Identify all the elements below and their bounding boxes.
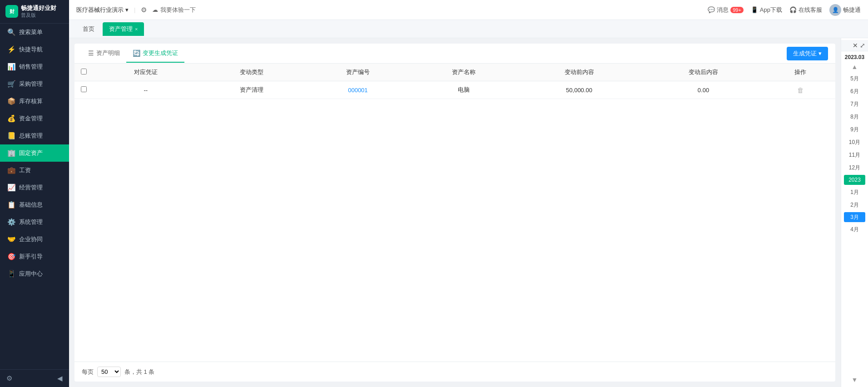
col-after-change: 变动后内容 xyxy=(641,64,766,81)
rp-header: ✕ ⤢ xyxy=(841,40,868,51)
cell-before-change: 50,000.00 xyxy=(517,81,641,99)
sidebar-item-basicinfo[interactable]: 📋基础信息 xyxy=(0,196,69,213)
sidebar-item-label-purchase: 采购管理 xyxy=(19,80,43,88)
row-checkbox-cell xyxy=(74,81,93,99)
sidebar-item-quicknav[interactable]: ⚡快捷导航 xyxy=(0,41,69,58)
right-panel: ✕ ⤢ 2023.03 ▲ 5月6月7月8月9月10月11月12月20231月2… xyxy=(841,38,868,387)
sidebar-item-sysmanage[interactable]: ⚙️系统管理 xyxy=(0,213,69,231)
col-before-change: 变动前内容 xyxy=(517,64,641,81)
sidebar-item-guide[interactable]: 🎯新手引导 xyxy=(0,248,69,265)
message-label: 消息 xyxy=(717,6,729,14)
company-dropdown-icon: ▾ xyxy=(125,6,129,13)
sidebar-item-label-fund: 资金管理 xyxy=(19,114,43,123)
quicknav-icon: ⚡ xyxy=(7,45,15,54)
tab-asset-detail-label: 资产明细 xyxy=(96,49,120,57)
col-change-type: 变动类型 xyxy=(199,64,305,81)
tab-asset-management[interactable]: 资产管理 × xyxy=(103,22,144,36)
inner-tab-bar: ☰ 资产明细 🔄 变更生成凭证 生成凭证 ▾ xyxy=(74,44,835,64)
cell-asset-name: 电脑 xyxy=(411,81,517,99)
sidebar-item-label-sales: 销售管理 xyxy=(19,63,43,71)
sidebar-item-sales[interactable]: 📊销售管理 xyxy=(0,58,69,75)
sidebar-item-appcenter[interactable]: 📱应用中心 xyxy=(0,265,69,283)
sidebar-item-ledger[interactable]: 📒总账管理 xyxy=(0,127,69,144)
rp-month-7月[interactable]: 7月 xyxy=(841,98,868,110)
settings-gear-icon[interactable]: ⚙ xyxy=(141,6,147,14)
basicinfo-icon: 📋 xyxy=(7,201,15,209)
rp-month-6月[interactable]: 6月 xyxy=(841,85,868,98)
rp-month-5月[interactable]: 5月 xyxy=(841,72,868,85)
sidebar-item-fund[interactable]: 💰资金管理 xyxy=(0,110,69,127)
sidebar-item-label-ledger: 总账管理 xyxy=(19,132,43,140)
experience-btn[interactable]: ☁ 我要体验一下 xyxy=(152,6,196,14)
rp-month-2月[interactable]: 2月 xyxy=(841,198,868,211)
sidebar-item-wage[interactable]: 💼工资 xyxy=(0,162,69,179)
rp-month-9月[interactable]: 9月 xyxy=(841,123,868,136)
delete-icon[interactable]: 🗑 xyxy=(797,86,804,94)
rp-month-11月[interactable]: 11月 xyxy=(841,149,868,161)
app-download-btn[interactable]: 📱 App下载 xyxy=(751,6,782,14)
collapse-icon[interactable]: ◀ xyxy=(57,374,63,382)
rp-year-label: 2023.03 xyxy=(843,51,866,61)
online-support-btn[interactable]: 🎧 在线客服 xyxy=(789,6,822,14)
rp-month-8月[interactable]: 8月 xyxy=(841,110,868,123)
sidebar-item-purchase[interactable]: 🛒采购管理 xyxy=(0,75,69,93)
cell-change-type: 资产清理 xyxy=(199,81,305,99)
download-icon: 📱 xyxy=(751,6,758,13)
cloud-icon: ☁ xyxy=(152,6,158,13)
generate-voucher-arrow: ▾ xyxy=(818,50,822,57)
home-label: 首页 xyxy=(83,25,94,32)
rp-nav-down[interactable]: ▼ xyxy=(852,374,858,385)
per-page-select[interactable]: 10 20 50 100 xyxy=(97,367,121,377)
table-row: -- 资产清理 000001 电脑 50,000.00 0.00 🗑 xyxy=(74,81,835,99)
rp-month-12月[interactable]: 12月 xyxy=(841,161,868,174)
select-all-cell xyxy=(74,64,93,81)
sidebar-item-label-inventory: 库存核算 xyxy=(19,97,43,105)
generate-voucher-label: 生成凭证 xyxy=(793,50,817,58)
rp-close-icon[interactable]: ✕ xyxy=(853,42,858,49)
sidebar-item-label-sysmanage: 系统管理 xyxy=(19,218,43,226)
sidebar-item-search[interactable]: 🔍搜索菜单 xyxy=(0,24,69,41)
data-table: 对应凭证 变动类型 资产编号 资产名称 变动前内容 变动后内容 操作 -- xyxy=(74,64,835,99)
sidebar: 财 畅捷通好业财 普及版 🔍搜索菜单⚡快捷导航📊销售管理🛒采购管理📦库存核算💰资… xyxy=(0,0,69,387)
table-wrap: 对应凭证 变动类型 资产编号 资产名称 变动前内容 变动后内容 操作 -- xyxy=(74,64,835,362)
tab-change-voucher[interactable]: 🔄 变更生成凭证 xyxy=(126,45,184,63)
tab-asset-label: 资产管理 xyxy=(109,25,133,33)
sales-icon: 📊 xyxy=(7,63,15,71)
tab-asset-detail[interactable]: ☰ 资产明细 xyxy=(82,45,126,63)
cell-operation: 🗑 xyxy=(765,81,835,99)
app-title: 畅捷通好业财 xyxy=(21,5,56,12)
generate-voucher-btn[interactable]: 生成凭证 ▾ xyxy=(787,47,828,60)
settings-icon[interactable]: ⚙ xyxy=(6,374,12,382)
rp-month-10月[interactable]: 10月 xyxy=(841,136,868,149)
total-label: 条，共 1 条 xyxy=(124,368,154,376)
appcenter-icon: 📱 xyxy=(7,270,15,278)
tab-home[interactable]: 首页 xyxy=(76,22,101,36)
rp-month-1月[interactable]: 1月 xyxy=(841,186,868,198)
company-selector[interactable]: 医疗器械行业演示 ▾ xyxy=(76,6,129,14)
sidebar-item-inventory[interactable]: 📦库存核算 xyxy=(0,93,69,110)
sidebar-item-label-search: 搜索菜单 xyxy=(19,28,43,36)
message-btn[interactable]: 💬 消息 99+ xyxy=(708,6,744,14)
list-icon: ☰ xyxy=(88,50,94,57)
sidebar-item-enterprise[interactable]: 🤝企业协同 xyxy=(0,231,69,248)
user-info[interactable]: 👤 畅捷通 xyxy=(829,4,861,16)
experience-label: 我要体验一下 xyxy=(160,6,196,14)
rp-year-marker[interactable]: 2023 xyxy=(844,175,865,185)
guide-icon: 🎯 xyxy=(7,253,15,261)
operation-icon: 📈 xyxy=(7,184,15,192)
sidebar-item-label-fixedasset: 固定资产 xyxy=(19,149,43,157)
sidebar-nav: 🔍搜索菜单⚡快捷导航📊销售管理🛒采购管理📦库存核算💰资金管理📒总账管理🏢固定资产… xyxy=(0,24,69,369)
online-support-label: 在线客服 xyxy=(799,6,822,14)
table-body: -- 资产清理 000001 电脑 50,000.00 0.00 🗑 xyxy=(74,81,835,99)
rp-month-3月[interactable]: 3月 xyxy=(844,212,865,222)
row-checkbox-0[interactable] xyxy=(81,86,87,92)
tab-close-icon[interactable]: × xyxy=(135,26,138,32)
app-subtitle: 普及版 xyxy=(21,12,56,19)
select-all-checkbox[interactable] xyxy=(81,69,87,74)
sidebar-item-fixedasset[interactable]: 🏢固定资产 xyxy=(0,144,69,162)
sidebar-item-operation[interactable]: 📈经营管理 xyxy=(0,179,69,196)
headset-icon: 🎧 xyxy=(789,6,797,13)
rp-month-4月[interactable]: 4月 xyxy=(841,223,868,236)
rp-nav-up[interactable]: ▲ xyxy=(852,61,858,72)
rp-expand-icon[interactable]: ⤢ xyxy=(860,42,865,49)
